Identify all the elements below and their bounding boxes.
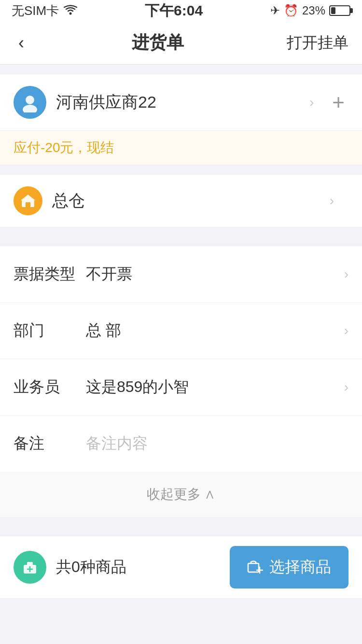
- select-product-label: 选择商品: [269, 557, 331, 578]
- wifi-icon: [64, 3, 77, 18]
- supplier-avatar: [14, 86, 46, 119]
- invoice-row[interactable]: 票据类型 不开票 ›: [0, 246, 362, 303]
- back-button[interactable]: ‹: [14, 28, 29, 58]
- salesperson-value: 这是859的小智: [76, 377, 344, 398]
- warehouse-row[interactable]: 总仓 ›: [0, 175, 362, 227]
- product-icon: [14, 551, 46, 584]
- battery-icon: [329, 5, 350, 16]
- add-supplier-button[interactable]: +: [328, 90, 348, 114]
- battery-percent: 23%: [302, 4, 325, 17]
- department-label: 部门: [14, 320, 76, 341]
- nav-bar: ‹ 进货单 打开挂单: [0, 21, 362, 65]
- warehouse-name: 总仓: [52, 190, 330, 212]
- remark-input[interactable]: 备注内容: [76, 433, 348, 454]
- alarm-icon: ⏰: [284, 4, 298, 17]
- svg-rect-5: [26, 202, 30, 207]
- svg-point-0: [70, 12, 72, 14]
- carrier-label: 无SIM卡: [12, 2, 59, 19]
- warehouse-chevron-icon: ›: [330, 193, 334, 209]
- status-left: 无SIM卡: [12, 2, 77, 19]
- section-gap-4: [0, 517, 362, 527]
- product-count: 共0种商品: [56, 557, 220, 578]
- notice-text: 应付-20元，现结: [14, 140, 114, 155]
- open-pending-button[interactable]: 打开挂单: [287, 32, 348, 54]
- supplier-chevron-icon: ›: [309, 95, 314, 110]
- section-gap-2: [0, 165, 362, 175]
- supplier-name: 河南供应商22: [56, 91, 309, 113]
- status-bar: 无SIM卡 下午6:04 ✈ ⏰ 23%: [0, 0, 362, 21]
- svg-rect-7: [27, 562, 33, 566]
- salesperson-chevron-icon: ›: [344, 379, 348, 395]
- page-title: 进货单: [132, 31, 184, 55]
- status-time: 下午6:04: [145, 1, 203, 21]
- product-bar: 共0种商品 选择商品: [0, 536, 362, 598]
- location-icon: ✈: [270, 4, 280, 17]
- warehouse-card[interactable]: 总仓 ›: [0, 175, 362, 227]
- invoice-chevron-icon: ›: [344, 266, 348, 282]
- department-value: 总 部: [76, 320, 344, 341]
- svg-marker-4: [21, 195, 35, 200]
- collapse-button[interactable]: 收起更多 ∧: [0, 472, 362, 517]
- select-product-button[interactable]: 选择商品: [230, 546, 348, 588]
- svg-rect-10: [248, 563, 259, 572]
- remark-row[interactable]: 备注 备注内容: [0, 416, 362, 472]
- remark-label: 备注: [14, 433, 76, 454]
- invoice-value: 不开票: [76, 264, 344, 285]
- svg-point-1: [26, 96, 34, 104]
- supplier-row[interactable]: 河南供应商22 › +: [0, 74, 362, 131]
- collapse-label: 收起更多 ∧: [147, 485, 216, 504]
- invoice-label: 票据类型: [14, 264, 76, 285]
- warehouse-icon: [14, 186, 42, 215]
- section-gap-3: [0, 227, 362, 237]
- form-card: 票据类型 不开票 › 部门 总 部 › 业务员 这是859的小智 › 备注 备注…: [0, 246, 362, 472]
- supplier-card: 河南供应商22 › + 应付-20元，现结: [0, 74, 362, 165]
- notice-bar: 应付-20元，现结: [0, 131, 362, 165]
- status-right: ✈ ⏰ 23%: [270, 4, 350, 17]
- svg-point-2: [23, 105, 37, 112]
- department-row[interactable]: 部门 总 部 ›: [0, 303, 362, 359]
- salesperson-label: 业务员: [14, 377, 76, 398]
- department-chevron-icon: ›: [344, 323, 348, 338]
- section-gap-1: [0, 65, 362, 74]
- background-fill: [0, 598, 362, 644]
- salesperson-row[interactable]: 业务员 这是859的小智 ›: [0, 359, 362, 416]
